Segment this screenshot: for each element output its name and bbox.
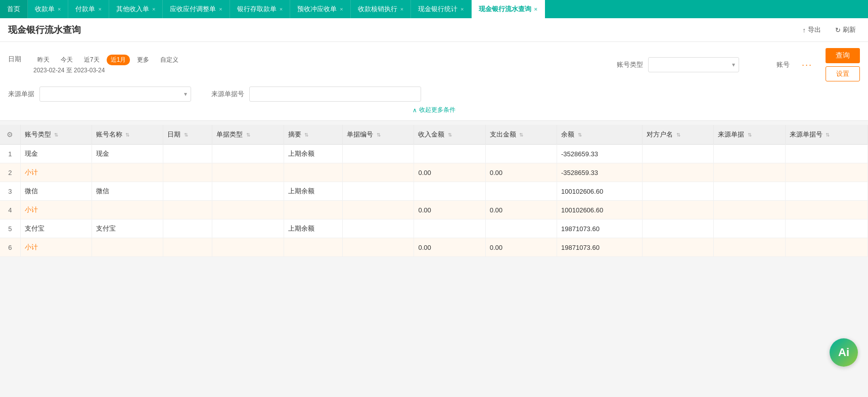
td-expense [485,182,557,201]
nav-tab-fukuandan[interactable]: 付款单 × [68,0,109,18]
nav-home[interactable]: 首页 [0,0,28,18]
date-opt-1month[interactable]: 近1月 [107,55,130,65]
td-num: 4 [0,201,20,219]
nav-tab-xianjinyinhang[interactable]: 现金银行统计 × [411,0,471,18]
tab-label: 付款单 [75,5,95,14]
td-balance: 100102606.60 [557,201,643,219]
nav-home-label: 首页 [7,5,20,14]
sort-source-doc-no-icon[interactable]: ⇅ [826,132,830,138]
tab-close-icon[interactable]: × [98,6,101,12]
refresh-button[interactable]: ↻ 刷新 [831,23,860,36]
filter-row-date: 日期 昨天 今天 近7天 近1月 更多 自定义 2023-02-24 至 202… [8,48,860,81]
td-source-doc-no [785,145,867,163]
td-source-doc [714,182,785,201]
sort-income-icon[interactable]: ⇅ [448,132,452,138]
account-more-icon[interactable]: ··· [802,60,812,69]
export-button[interactable]: ↑ 导出 [799,23,826,36]
th-doc-type: 单据类型 ⇅ [212,125,284,145]
td-summary: 上期余额 [284,145,343,163]
td-balance: 19871073.60 [557,219,643,238]
td-income: 0.00 [414,201,485,219]
sort-doc-no-icon[interactable]: ⇅ [377,132,381,138]
nav-tab-shoukuandan[interactable]: 收款单 × [28,0,68,18]
table-row[interactable]: 3微信微信上期余额100102606.60 [0,182,868,201]
tab-label: 现金银行流水查询 [479,5,531,14]
sort-date-icon[interactable]: ⇅ [184,132,188,138]
td-expense: 0.00 [485,201,557,219]
source-doc-select[interactable] [39,86,191,102]
table-area: ⚙ 账号类型 ⇅ 账号名称 ⇅ 日期 ⇅ 单据类型 ⇅ [0,125,868,257]
nav-tab-yingshouyingfu[interactable]: 应收应付调整单 × [163,0,230,18]
tab-close-icon[interactable]: × [461,6,464,12]
top-nav: 首页 收款单 × 付款单 × 其他收入单 × 应收应付调整单 × 银行存取款单 … [0,0,868,18]
account-type-select[interactable] [648,57,739,72]
header-actions: ↑ 导出 ↻ 刷新 [799,23,860,36]
td-doc-type [212,145,284,163]
td-source-doc-no [785,201,867,219]
td-counterpart [643,163,714,182]
source-doc-label: 来源单据 [8,90,34,99]
td-date [163,145,212,163]
th-source-doc: 来源单据 ⇅ [714,125,785,145]
table-row[interactable]: 6小计0.000.0019871073.60 [0,238,868,257]
td-num: 3 [0,182,20,201]
nav-tab-yinhangcunqu[interactable]: 银行存取款单 × [230,0,290,18]
td-doc-no [343,145,414,163]
sort-account-name-icon[interactable]: ⇅ [125,132,129,138]
td-doc-no [343,219,414,238]
query-button[interactable]: 查询 [826,48,860,63]
sort-balance-icon[interactable]: ⇅ [578,132,582,138]
table-row[interactable]: 5支付宝支付宝上期余额19871073.60 [0,219,868,238]
source-doc-no-input[interactable] [249,86,421,102]
th-source-doc-no: 来源单据号 ⇅ [785,125,867,145]
th-gear: ⚙ [0,125,20,145]
tab-label: 银行存取款单 [237,5,277,14]
gear-icon[interactable]: ⚙ [7,130,13,139]
td-account-type: 微信 [20,182,92,201]
sort-summary-icon[interactable]: ⇅ [304,132,308,138]
nav-tab-liushui[interactable]: 现金银行流水查询 × [472,0,545,18]
tab-close-icon[interactable]: × [340,6,343,12]
settings-button[interactable]: 设置 [826,66,860,81]
date-opt-more[interactable]: 更多 [133,55,153,65]
th-account-name: 账号名称 ⇅ [92,125,163,145]
date-opt-today[interactable]: 今天 [57,55,77,65]
tab-close-icon[interactable]: × [400,6,403,12]
td-counterpart [643,219,714,238]
date-opt-custom[interactable]: 自定义 [156,55,182,65]
tab-close-icon[interactable]: × [58,6,61,12]
collapse-button[interactable]: ∧ 收起更多条件 [413,106,455,114]
td-source-doc-no [785,238,867,257]
sort-expense-icon[interactable]: ⇅ [519,132,523,138]
date-opt-7days[interactable]: 近7天 [80,55,104,65]
td-doc-type [212,163,284,182]
sort-account-type-icon[interactable]: ⇅ [54,132,58,138]
td-doc-no [343,201,414,219]
date-opt-yesterday[interactable]: 昨天 [33,55,54,65]
sort-counterpart-icon[interactable]: ⇅ [676,132,680,138]
collapse-bar: ∧ 收起更多条件 [8,106,860,114]
td-source-doc [714,238,785,257]
tab-label: 收款单 [35,5,55,14]
tab-close-icon[interactable]: × [219,6,222,12]
page-header: 现金银行流水查询 ↑ 导出 ↻ 刷新 [0,18,868,42]
tab-close-icon[interactable]: × [152,6,155,12]
sort-source-doc-icon[interactable]: ⇅ [748,132,752,138]
tab-close-icon[interactable]: × [280,6,283,12]
sort-doc-type-icon[interactable]: ⇅ [246,132,250,138]
nav-tab-yushouying[interactable]: 预收冲应收单 × [290,0,350,18]
td-balance: 100102606.60 [557,182,643,201]
th-expense: 支出金额 ⇅ [485,125,557,145]
table-row[interactable]: 1现金现金上期余额-3528659.33 [0,145,868,163]
td-account-name [92,163,163,182]
tab-close-icon[interactable]: × [534,6,537,12]
table-row[interactable]: 2小计0.000.00-3528659.33 [0,163,868,182]
nav-tab-qitashouru[interactable]: 其他收入单 × [109,0,163,18]
td-account-name: 现金 [92,145,163,163]
table-row[interactable]: 4小计0.000.00100102606.60 [0,201,868,219]
nav-tab-shoukuanxiaoxiao[interactable]: 收款核销执行 × [351,0,411,18]
td-doc-no [343,163,414,182]
td-doc-no [343,238,414,257]
table-body: 1现金现金上期余额-3528659.332小计0.000.00-3528659.… [0,145,868,257]
td-date [163,238,212,257]
